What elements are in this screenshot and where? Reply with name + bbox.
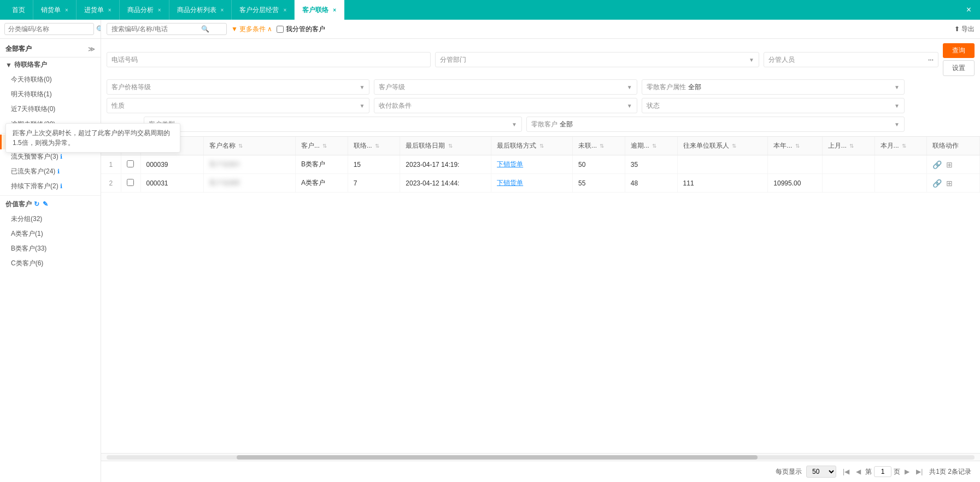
sidebar-item-7days[interactable]: 近7天待联络(0) [0,102,101,117]
col-this-year[interactable]: 本年... ⇅ [768,137,823,155]
row1-link-icon[interactable]: 🔗 [932,160,942,169]
sidebar-item-tomorrow[interactable]: 明天待联络(1) [0,87,101,102]
nav-tab-purchase[interactable]: 进货单 × [77,0,120,20]
sidebar-item-class-a[interactable]: A类客户(1) [0,227,101,241]
nav-tab-analysis-list[interactable]: 商品分析列表 × [169,0,232,20]
retail-customer-select[interactable]: 零散客户 全部 ▼ [526,117,905,132]
row2-overdue: 48 [625,174,677,193]
col-type[interactable]: 客户... ⇅ [295,137,348,155]
nav-tab-customer-seg-close[interactable]: × [283,7,286,13]
setting-button[interactable]: 设置 [943,60,975,76]
nav-tab-analysis-close[interactable]: × [158,7,161,13]
sidebar-search-input[interactable] [4,23,94,35]
customer-level-select[interactable]: 客户等级 ▼ [374,79,637,95]
price-level-select[interactable]: 客户价格等级 ▼ [107,79,369,95]
nav-tab-customer-contact-close[interactable]: × [333,7,336,13]
sidebar-all-customers[interactable]: 全部客户 ≫ [0,41,101,57]
sidebar-item-lost[interactable]: 已流失客户(24) ℹ [0,164,101,179]
ungrouped-label: 未分组(32) [11,215,42,223]
export-btn[interactable]: ⬆ 导出 [954,25,975,34]
price-level-arrow-icon: ▼ [359,84,365,90]
nav-tab-customer-contact[interactable]: 客户联络 × [295,0,344,20]
tooltip-text: 距客户上次交易时长，超过了此客户的平均交易周期的1.5倍，则视为异常。 [101,129,170,147]
search-icon[interactable]: 🔍 [201,25,209,33]
retail-attr-select[interactable]: 零散客户属性 全部 ▼ [642,79,905,95]
sidebar-all-label: 全部客户 [5,44,32,54]
row2-grid-icon[interactable]: ⊞ [946,179,953,188]
row2-this-year: 10995.00 [768,174,823,193]
row2-checkbox[interactable] [127,179,134,186]
next-page-btn[interactable]: ▶ [902,467,912,477]
row2-code[interactable]: 000031 [140,174,203,193]
page-input-area [874,466,891,477]
sidebar-value-section[interactable]: 价值客户 ↻ ✎ [0,197,101,212]
col-contact-count[interactable]: 联络... ⇅ [348,137,400,155]
row1-action-icons: 🔗 ⊞ [932,160,974,169]
row1-code[interactable]: 000039 [140,155,203,174]
query-button[interactable]: 查询 [943,43,975,58]
phone-field[interactable]: 电话号码 [107,52,431,67]
sidebar-item-today[interactable]: 今天待联络(0) [0,72,101,87]
nav-tab-customer-seg[interactable]: 客户分层经营 × [232,0,295,20]
last-page-btn[interactable]: ▶| [914,467,925,477]
prev-page-btn[interactable]: ◀ [854,467,863,477]
dept-select[interactable]: 分管部门 ▼ [435,52,759,67]
col-last-date[interactable]: 最后联络日期 ⇅ [400,137,491,155]
col-last-method[interactable]: 最后联络方式 ⇅ [491,137,573,155]
more-conditions-btn[interactable]: ▼ 更多条件 ∧ [231,25,272,34]
col-company-contact[interactable]: 往来单位联系人 ⇅ [677,137,768,155]
declining-info-icon: ℹ [60,183,62,189]
search-input[interactable] [112,25,199,33]
sidebar-item-class-c[interactable]: C类客户(6) [0,256,101,271]
nav-tab-home[interactable]: 首页 [4,0,33,20]
sidebar-item-class-b[interactable]: B类客户(33) [0,241,101,256]
my-customer-checkbox-area[interactable]: 我分管的客户 [277,25,325,34]
first-page-btn[interactable]: |◀ [841,467,852,477]
col-name[interactable]: 客户名称 ⇅ [203,137,295,155]
scroll-thumb[interactable] [237,455,758,460]
sidebar-item-declining[interactable]: 持续下滑客户(2) ℹ [0,179,101,194]
horizontal-scrollbar[interactable] [101,453,980,461]
phone-input[interactable] [140,56,426,63]
refresh-icon[interactable]: ↻ [34,200,39,208]
nav-tab-sales[interactable]: 销货单 × [33,0,77,20]
nav-tab-purchase-close[interactable]: × [108,7,112,13]
payment-label: 收付款条件 [379,101,412,111]
adv-filter-row-2: 客户价格等级 ▼ 客户等级 ▼ 零散客户属性 全部 ▼ [107,79,975,95]
row2-method-link[interactable]: 下销货单 [497,179,523,187]
row2-last-method[interactable]: 下销货单 [491,174,573,193]
nature-select[interactable]: 性质 ▼ [107,98,369,113]
per-page-select[interactable]: 10 20 50 100 [806,466,836,478]
payment-select[interactable]: 收付款条件 ▼ [374,98,637,113]
class-b-label: B类客户(33) [11,245,46,252]
collapse-icon[interactable]: ≫ [88,45,95,53]
my-customer-checkbox[interactable] [277,26,284,33]
row1-checkbox[interactable] [127,160,134,167]
nav-tab-home-label: 首页 [12,5,25,15]
col-last-month[interactable]: 上月... ⇅ [822,137,875,155]
manager-select[interactable]: 分管人员 ··· [764,52,938,67]
retail-attr-arrow-icon: ▼ [894,84,900,90]
col-uncontacted[interactable]: 未联... ⇅ [573,137,625,155]
sidebar-section-pending[interactable]: ▼ 待联络客户 [0,57,101,72]
sidebar-item-ungrouped[interactable]: 未分组(32) [0,212,101,227]
col-overdue[interactable]: 逾期... ⇅ [625,137,677,155]
pending-section-label: 待联络客户 [14,60,47,69]
edit-icon[interactable]: ✎ [43,200,48,208]
customer-type-select[interactable]: 客户类型 ▼ [144,117,522,132]
nav-tab-analysis[interactable]: 商品分析 × [120,0,169,20]
status-select[interactable]: 状态 ▼ [642,98,905,113]
col-this-month[interactable]: 本月... ⇅ [875,137,927,155]
nav-tab-analysis-list-close[interactable]: × [221,7,224,13]
window-close-button[interactable]: × [962,3,976,17]
row2-name: 客户名称B [203,174,295,193]
sidebar-search-icon[interactable]: 🔍 [96,25,101,33]
row1-last-method[interactable]: 下销货单 [491,155,573,174]
nav-tab-sales-close[interactable]: × [65,7,68,13]
row1-actions: 🔗 ⊞ [927,155,980,174]
row1-method-link[interactable]: 下销货单 [497,160,523,168]
row2-link-icon[interactable]: 🔗 [932,179,942,188]
row1-grid-icon[interactable]: ⊞ [946,160,953,169]
page-number-input[interactable] [874,466,891,477]
nature-label: 性质 [112,101,125,111]
